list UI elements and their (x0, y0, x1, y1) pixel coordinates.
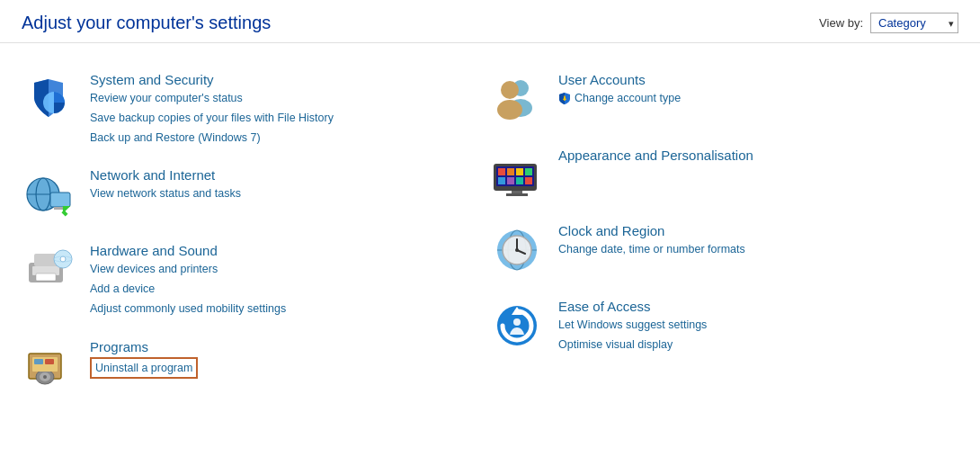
appearance-text: Appearance and Personalisation (558, 148, 753, 163)
system-security-title[interactable]: System and Security (90, 72, 334, 87)
svg-rect-29 (564, 100, 566, 102)
appearance-title[interactable]: Appearance and Personalisation (558, 148, 753, 163)
link-backup-restore[interactable]: Back up and Restore (Windows 7) (90, 130, 334, 147)
system-security-text: System and Security Review your computer… (90, 72, 334, 146)
category-appearance: Appearance and Personalisation (490, 137, 958, 212)
svg-rect-5 (50, 193, 70, 207)
shield-uac-icon (558, 92, 571, 104)
svg-point-25 (501, 81, 519, 99)
svg-rect-41 (506, 193, 528, 196)
view-by-control: View by: Category Large icons Small icon… (819, 13, 958, 33)
clock-title[interactable]: Clock and Region (558, 223, 745, 238)
svg-point-14 (60, 256, 66, 262)
svg-point-19 (43, 375, 47, 379)
programs-title[interactable]: Programs (90, 339, 198, 354)
category-system-security: System and Security Review your computer… (22, 61, 490, 157)
svg-rect-22 (45, 359, 54, 364)
network-icon (22, 167, 76, 221)
clock-text: Clock and Region Change date, time or nu… (558, 223, 745, 258)
ease-access-icon (490, 299, 544, 353)
user-accounts-title[interactable]: User Accounts (558, 72, 681, 87)
svg-rect-32 (498, 168, 505, 175)
link-add-device[interactable]: Add a device (90, 281, 286, 298)
ease-access-text: Ease of Access Let Windows suggest setti… (558, 299, 707, 354)
svg-rect-28 (564, 96, 566, 99)
svg-rect-37 (507, 177, 514, 184)
category-ease-access: Ease of Access Let Windows suggest setti… (490, 288, 958, 364)
system-security-icon (22, 72, 76, 126)
link-devices-printers[interactable]: View devices and printers (90, 261, 286, 278)
svg-rect-12 (36, 273, 56, 281)
view-by-label: View by: (819, 16, 863, 30)
ease-access-title[interactable]: Ease of Access (558, 299, 707, 314)
user-accounts-text: User Accounts Change account type (558, 72, 681, 107)
network-text: Network and Internet View network status… (90, 167, 241, 202)
svg-rect-36 (498, 177, 505, 184)
programs-icon (22, 339, 76, 393)
svg-rect-33 (507, 168, 514, 175)
link-mobility-settings[interactable]: Adjust commonly used mobility settings (90, 300, 286, 318)
link-change-account-type[interactable]: Change account type (575, 90, 681, 107)
link-suggest-settings[interactable]: Let Windows suggest settings (558, 317, 707, 334)
right-column: User Accounts Change account type (490, 61, 958, 404)
svg-point-51 (513, 318, 521, 326)
svg-rect-35 (525, 168, 532, 175)
category-hardware: Hardware and Sound View devices and prin… (22, 232, 490, 327)
link-uninstall-program[interactable]: Uninstall a program (90, 357, 198, 380)
link-date-time[interactable]: Change date, time or number formats (558, 241, 745, 258)
link-review-status[interactable]: Review your computer's status (90, 90, 334, 107)
svg-rect-38 (516, 177, 523, 184)
svg-rect-8 (61, 211, 67, 217)
left-column: System and Security Review your computer… (22, 61, 490, 404)
link-network-status[interactable]: View network status and tasks (90, 185, 241, 202)
category-programs: Programs Uninstall a program (22, 328, 490, 404)
clock-icon (490, 223, 544, 277)
category-clock: Clock and Region Change date, time or nu… (490, 212, 958, 288)
network-title[interactable]: Network and Internet (90, 167, 241, 183)
hardware-text: Hardware and Sound View devices and prin… (90, 243, 286, 317)
svg-rect-39 (525, 177, 532, 184)
view-by-wrapper[interactable]: Category Large icons Small icons (870, 13, 958, 33)
view-by-select[interactable]: Category Large icons Small icons (870, 13, 958, 33)
programs-text: Programs Uninstall a program (90, 339, 198, 380)
category-user-accounts: User Accounts Change account type (490, 61, 958, 137)
svg-rect-21 (34, 359, 43, 364)
category-network: Network and Internet View network status… (22, 157, 490, 232)
link-visual-display[interactable]: Optimise visual display (558, 336, 707, 354)
user-accounts-icon (490, 72, 544, 126)
svg-point-48 (515, 248, 519, 252)
hardware-title[interactable]: Hardware and Sound (90, 243, 286, 258)
hardware-icon (22, 243, 76, 297)
appearance-icon (490, 148, 544, 202)
svg-point-26 (497, 100, 522, 120)
link-file-history[interactable]: Save backup copies of your files with Fi… (90, 110, 334, 127)
page-title: Adjust your computer's settings (22, 13, 271, 33)
svg-rect-34 (516, 168, 523, 175)
